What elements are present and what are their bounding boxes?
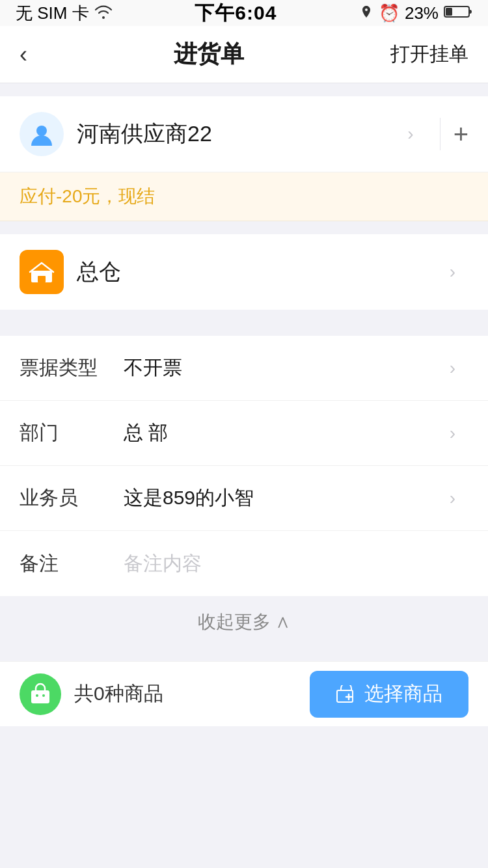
status-left: 无 SIM 卡 (16, 2, 113, 25)
remark-input[interactable]: 备注内容 (124, 550, 468, 577)
notice-bar: 应付-20元，现结 (0, 172, 488, 221)
select-product-button[interactable]: 选择商品 (310, 671, 468, 718)
location-icon (359, 3, 373, 23)
page-background (0, 726, 488, 868)
svg-point-2 (36, 126, 47, 136)
svg-rect-5 (31, 690, 49, 703)
invoice-row[interactable]: 票据类型 不开票 › (0, 336, 488, 401)
warehouse-row[interactable]: 总仓 › (0, 234, 488, 310)
warehouse-icon (20, 250, 64, 294)
battery-text: 23% (405, 3, 439, 23)
collapse-row[interactable]: 收起更多 ∧ (0, 596, 488, 648)
svg-point-7 (42, 694, 45, 697)
supplier-name: 河南供应商22 (77, 119, 407, 149)
remark-label: 备注 (20, 550, 124, 577)
open-pending-button[interactable]: 打开挂单 (390, 41, 468, 68)
sales-value: 这是859的小智 (124, 485, 450, 511)
svg-point-6 (36, 694, 38, 697)
select-btn-label: 选择商品 (364, 681, 442, 707)
sales-row[interactable]: 业务员 这是859的小智 › (0, 466, 488, 531)
collapse-label: 收起更多 ∧ (198, 610, 291, 634)
dept-label: 部门 (20, 420, 124, 446)
warehouse-chevron-icon: › (450, 262, 455, 282)
sales-chevron-icon: › (450, 488, 455, 509)
nav-bar: ‹ 进货单 打开挂单 (0, 26, 488, 83)
page-title: 进货单 (174, 38, 244, 70)
back-button[interactable]: ‹ (20, 41, 27, 68)
bottom-bar: 共0种商品 选择商品 (0, 661, 488, 726)
notice-text: 应付-20元，现结 (20, 186, 155, 206)
supplier-row[interactable]: 河南供应商22 › + (0, 96, 488, 172)
warehouse-name: 总仓 (77, 257, 450, 287)
product-icon (20, 673, 61, 715)
supplier-avatar (20, 112, 64, 156)
spacer-4 (0, 648, 488, 661)
dept-chevron-icon: › (450, 423, 455, 444)
product-count-text: 共0种商品 (74, 681, 310, 707)
spacer-2 (0, 221, 488, 234)
status-right: ⏰ 23% (359, 3, 472, 23)
svg-rect-4 (38, 276, 46, 282)
remark-row[interactable]: 备注 备注内容 (0, 531, 488, 596)
time-display: 下午6:04 (195, 0, 277, 27)
supplier-chevron-icon: › (407, 124, 413, 144)
invoice-label: 票据类型 (20, 355, 124, 381)
invoice-chevron-icon: › (450, 358, 455, 379)
alarm-icon: ⏰ (379, 3, 400, 23)
top-spacer (0, 83, 488, 96)
warehouse-section: 总仓 › (0, 234, 488, 310)
carrier-text: 无 SIM 卡 (16, 2, 89, 25)
dept-row[interactable]: 部门 总 部 › (0, 401, 488, 466)
form-section: 票据类型 不开票 › 部门 总 部 › 业务员 这是859的小智 › 备注 备注… (0, 336, 488, 596)
dept-value: 总 部 (124, 420, 450, 446)
vertical-divider (440, 118, 441, 150)
status-bar: 无 SIM 卡 下午6:04 ⏰ 23% (0, 0, 488, 26)
battery-icon (444, 3, 472, 23)
wifi-icon (94, 3, 113, 23)
supplier-section: 河南供应商22 › + 应付-20元，现结 (0, 96, 488, 221)
sales-label: 业务员 (20, 485, 124, 511)
add-supplier-button[interactable]: + (454, 120, 468, 149)
spacer-3 (0, 310, 488, 323)
svg-rect-1 (446, 8, 452, 16)
invoice-value: 不开票 (124, 355, 450, 381)
